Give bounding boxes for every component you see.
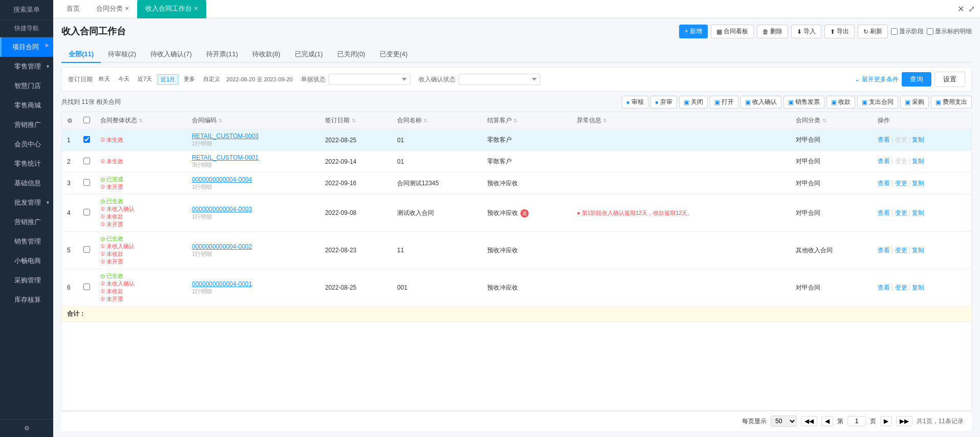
set-button[interactable]: 设置	[934, 72, 965, 87]
income-confirm-btn[interactable]: ▣ 收入确认	[741, 96, 781, 108]
sidebar-item-retail-mall[interactable]: 零售商城	[0, 96, 53, 115]
op-copy[interactable]: 复制	[912, 158, 924, 165]
sidebar-item-member[interactable]: 会员中心	[0, 135, 53, 154]
col-settings[interactable]: ⚙	[62, 112, 78, 129]
tab-contract-category[interactable]: 合同分类 ✕	[88, 0, 137, 18]
row-checkbox[interactable]	[83, 283, 90, 290]
show-stage-checkbox[interactable]: 显示阶段	[891, 27, 924, 36]
filter-tab-pending-invoice[interactable]: 待开票(11)	[199, 47, 245, 63]
sidebar-quick-nav[interactable]: 快捷导航	[0, 20, 53, 37]
sidebar-item-retail-stat[interactable]: 零售统计	[0, 154, 53, 173]
date-today[interactable]: 今天	[115, 74, 133, 85]
op-change[interactable]: 变更	[895, 247, 907, 254]
tab-income-contract[interactable]: 收入合同工作台 ✕	[137, 0, 206, 18]
sidebar-item-base-info[interactable]: 基础信息	[0, 173, 53, 193]
date-more[interactable]: 更多	[181, 74, 198, 85]
sidebar-item-marketing2[interactable]: 营销推广	[0, 212, 53, 232]
op-change[interactable]: 变更	[895, 209, 907, 216]
sidebar-search[interactable]: 搜索菜单	[0, 0, 53, 20]
row-checkbox[interactable]	[83, 179, 90, 186]
export-button[interactable]: ⬆ 导出	[824, 25, 855, 38]
op-copy[interactable]: 复制	[912, 136, 924, 143]
expense-btn[interactable]: ▣ 费用支出	[931, 96, 972, 108]
purchase-btn[interactable]: ▣ 采购	[900, 96, 929, 108]
show-detail-input[interactable]	[927, 28, 933, 35]
sidebar-item-marketing[interactable]: 营销推广	[0, 115, 53, 135]
cell-checkbox[interactable]	[78, 129, 95, 151]
op-copy[interactable]: 复制	[912, 247, 924, 254]
contract-code-link[interactable]: 0000000000004-0003	[192, 206, 252, 213]
date-last7[interactable]: 近7天	[135, 74, 155, 85]
filter-tab-changed[interactable]: 已变更(4)	[373, 47, 415, 63]
tab-home[interactable]: 首页	[58, 0, 88, 18]
filter-tab-closed[interactable]: 已关闭(0)	[330, 47, 373, 63]
sidebar-settings[interactable]: ⚙	[0, 419, 53, 437]
doc-status-select[interactable]	[329, 74, 410, 85]
new-button[interactable]: + 新增	[679, 25, 708, 38]
sidebar-item-smart-store[interactable]: 智慧门店	[0, 76, 53, 96]
expand-button[interactable]: ⌄ 展开更多条件	[855, 75, 899, 84]
show-stage-input[interactable]	[891, 28, 898, 35]
op-view[interactable]: 查看	[878, 136, 890, 143]
next-page-button[interactable]: ▶	[880, 416, 892, 426]
cell-checkbox[interactable]	[78, 194, 95, 232]
sidebar-item-batch[interactable]: 批发管理	[0, 193, 53, 212]
close-window-icon[interactable]: ✕	[957, 4, 964, 14]
contract-code-link[interactable]: RETAIL_CUSTOM-0001	[192, 154, 258, 161]
contract-code-link[interactable]: 0000000000004-0001	[192, 280, 252, 288]
op-copy[interactable]: 复制	[912, 209, 924, 216]
cell-checkbox[interactable]	[78, 172, 95, 194]
op-view[interactable]: 查看	[878, 284, 890, 291]
date-custom[interactable]: 自定义	[200, 74, 223, 85]
op-change[interactable]: 变更	[895, 180, 907, 187]
op-view[interactable]: 查看	[878, 180, 890, 187]
print-btn[interactable]: ▣ 打开	[710, 96, 738, 108]
sidebar-item-project[interactable]: 项目合同 ▶	[0, 37, 53, 57]
page-size-select[interactable]: 20 50 100	[771, 416, 797, 427]
sidebar-item-ecom[interactable]: 小畅电商	[0, 251, 53, 271]
filter-tab-all[interactable]: 全部(11)	[61, 47, 101, 63]
delete-button[interactable]: 🗑 删除	[757, 25, 788, 38]
support-btn[interactable]: ▣ 支出合同	[857, 96, 898, 108]
op-view[interactable]: 查看	[878, 209, 890, 216]
date-last1month[interactable]: 近1月	[157, 74, 179, 85]
col-checkbox[interactable]	[78, 112, 95, 129]
op-copy[interactable]: 复制	[912, 180, 924, 187]
review-btn[interactable]: ● 审核	[622, 96, 648, 108]
row-checkbox[interactable]	[83, 246, 90, 253]
kanban-button[interactable]: ▦ 合同看板	[711, 25, 754, 38]
sidebar-item-sales[interactable]: 销售管理	[0, 232, 53, 251]
row-checkbox[interactable]	[83, 158, 90, 164]
last-page-button[interactable]: ▶▶	[896, 416, 912, 426]
row-checkbox[interactable]	[83, 209, 90, 215]
date-yesterday[interactable]: 昨天	[96, 74, 113, 85]
filter-tab-done[interactable]: 已完成(1)	[288, 47, 330, 63]
query-button[interactable]: 查询	[902, 72, 931, 86]
prev-page-button[interactable]: ◀	[821, 416, 833, 426]
op-change[interactable]: 变更	[895, 284, 907, 291]
invoice-btn[interactable]: ▣ 销售发票	[783, 96, 824, 108]
filter-tab-pending-review[interactable]: 待审核(2)	[101, 47, 143, 63]
op-view[interactable]: 查看	[878, 247, 890, 254]
select-all-checkbox[interactable]	[83, 117, 90, 123]
cell-checkbox[interactable]	[78, 232, 95, 269]
filter-tab-pending-confirm[interactable]: 待收入确认(7)	[143, 47, 199, 63]
first-page-button[interactable]: ◀◀	[801, 416, 817, 426]
income-confirm-select[interactable]	[459, 74, 540, 85]
show-detail-checkbox[interactable]: 显示标的明细	[927, 27, 972, 36]
page-number-input[interactable]	[847, 416, 866, 426]
close-contract-btn[interactable]: ▣ 关闭	[679, 96, 708, 108]
tab-income-contract-close[interactable]: ✕	[194, 6, 198, 11]
contract-code-link[interactable]: 0000000000004-0004	[192, 176, 252, 183]
maximize-icon[interactable]: ⤢	[968, 4, 975, 14]
cell-checkbox[interactable]	[78, 151, 95, 172]
sidebar-item-inventory[interactable]: 库存核算	[0, 290, 53, 310]
payment-btn[interactable]: ▣ 收款	[826, 96, 855, 108]
tab-contract-category-close[interactable]: ✕	[125, 6, 129, 11]
refresh-button[interactable]: ↻ 刷新	[858, 25, 888, 38]
sidebar-item-purchase[interactable]: 采购管理	[0, 271, 53, 290]
contract-code-link[interactable]: 0000000000004-0002	[192, 243, 252, 250]
abandon-btn[interactable]: ● 弃审	[650, 96, 677, 108]
import-button[interactable]: ⬇ 导入	[791, 25, 821, 38]
sidebar-item-retail[interactable]: 零售管理	[0, 57, 53, 76]
